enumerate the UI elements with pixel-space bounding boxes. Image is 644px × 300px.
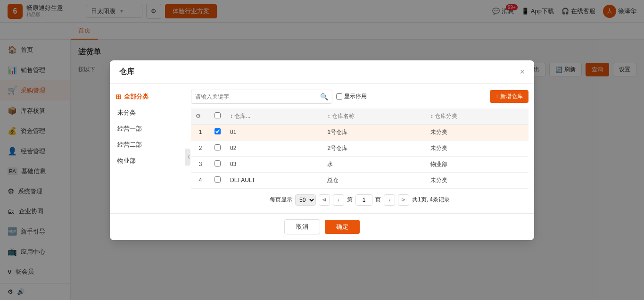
row-num: 4 xyxy=(191,172,210,188)
row-checkbox[interactable] xyxy=(215,176,221,183)
pagination: 每页显示 50 ⊲ ‹ 第 页 › ⊳ 共1页, 4条记录 xyxy=(191,189,528,208)
search-box: 🔍 xyxy=(191,90,332,104)
row-num: 2 xyxy=(191,140,210,156)
table-row[interactable]: 1 01 1号仓库 未分类 xyxy=(191,124,528,140)
category-item-ops1[interactable]: 经营一部 xyxy=(110,121,185,137)
data-panel: 🔍 显示停用 + 新增仓库 ⚙ xyxy=(185,84,534,213)
cancel-button[interactable]: 取消 xyxy=(284,219,320,234)
modal-overlay: 仓库 × ⊞ 全部分类 未分类 经营一部 经营二部 物业部 《 xyxy=(0,0,644,300)
prev-page-button[interactable]: ‹ xyxy=(333,194,344,206)
row-category: 物业部 xyxy=(426,156,528,172)
modal-footer: 取消 确定 xyxy=(110,213,534,240)
row-category: 未分类 xyxy=(426,172,528,188)
row-num: 1 xyxy=(191,124,210,140)
confirm-button[interactable]: 确定 xyxy=(325,220,360,234)
add-warehouse-button[interactable]: + 新增仓库 xyxy=(490,90,528,103)
row-category: 未分类 xyxy=(426,124,528,140)
col-header-gear: ⚙ xyxy=(191,108,210,125)
table-scroll-area: ⚙ ↕ 仓库... ↕ 仓库名称 xyxy=(191,108,528,189)
col-header-name: ↕ 仓库名称 xyxy=(322,108,425,125)
collapse-panel-button[interactable]: 《 xyxy=(185,149,190,166)
select-all-checkbox[interactable] xyxy=(215,112,221,118)
modal-header: 仓库 × xyxy=(110,60,534,84)
modal-close-button[interactable]: × xyxy=(520,67,525,77)
row-name: 水 xyxy=(322,156,425,172)
category-item-ops2[interactable]: 经营二部 xyxy=(110,137,185,153)
row-checkbox[interactable] xyxy=(215,160,221,167)
modal-body: ⊞ 全部分类 未分类 经营一部 经营二部 物业部 《 🔍 xyxy=(110,84,534,213)
row-checkbox-cell xyxy=(210,156,225,172)
col-header-category: ↕ 仓库分类 xyxy=(426,108,528,125)
warehouse-table: ⚙ ↕ 仓库... ↕ 仓库名称 xyxy=(191,108,528,189)
row-checkbox-cell xyxy=(210,124,225,140)
row-name: 1号仓库 xyxy=(322,124,425,140)
search-input[interactable] xyxy=(195,93,320,100)
row-code: 02 xyxy=(225,140,322,156)
category-item-property[interactable]: 物业部 xyxy=(110,153,185,169)
right-toolbar: 🔍 显示停用 + 新增仓库 xyxy=(191,90,528,104)
first-page-button[interactable]: ⊲ xyxy=(319,194,330,206)
row-checkbox[interactable] xyxy=(215,128,221,134)
disabled-checkbox[interactable] xyxy=(336,93,342,100)
categories-header: ⊞ 全部分类 xyxy=(110,89,185,105)
col-header-checkbox xyxy=(210,108,225,125)
row-checkbox-cell xyxy=(210,140,225,156)
row-code: DEFAULT xyxy=(225,172,322,188)
next-page-button[interactable]: › xyxy=(384,194,395,206)
modal-title: 仓库 xyxy=(119,67,134,77)
last-page-button[interactable]: ⊳ xyxy=(398,194,409,206)
total-info: 共1页, 4条记录 xyxy=(412,196,450,204)
page-suffix: 页 xyxy=(375,196,381,204)
categories-panel: ⊞ 全部分类 未分类 经营一部 经营二部 物业部 《 xyxy=(110,84,185,213)
search-icon[interactable]: 🔍 xyxy=(320,93,328,100)
table-row[interactable]: 3 03 水 物业部 xyxy=(191,156,528,172)
col-header-code: ↕ 仓库... xyxy=(225,108,322,125)
category-item-unclassified[interactable]: 未分类 xyxy=(110,105,185,121)
warehouse-modal: 仓库 × ⊞ 全部分类 未分类 经营一部 经营二部 物业部 《 xyxy=(110,60,534,240)
row-code: 01 xyxy=(225,124,322,140)
table-row[interactable]: 2 02 2号仓库 未分类 xyxy=(191,140,528,156)
per-page-label: 每页显示 xyxy=(270,196,292,204)
row-checkbox-cell xyxy=(210,172,225,188)
per-page-select[interactable]: 50 xyxy=(295,194,316,206)
show-disabled-checkbox[interactable]: 显示停用 xyxy=(336,92,367,100)
row-name: 总仓 xyxy=(322,172,425,188)
table-row[interactable]: 4 DEFAULT 总仓 未分类 xyxy=(191,172,528,188)
page-label: 第 xyxy=(347,196,353,204)
row-name: 2号仓库 xyxy=(322,140,425,156)
row-num: 3 xyxy=(191,156,210,172)
grid-icon: ⊞ xyxy=(116,93,121,100)
row-code: 03 xyxy=(225,156,322,172)
row-checkbox[interactable] xyxy=(215,144,221,150)
row-category: 未分类 xyxy=(426,140,528,156)
page-number-input[interactable] xyxy=(355,194,372,206)
